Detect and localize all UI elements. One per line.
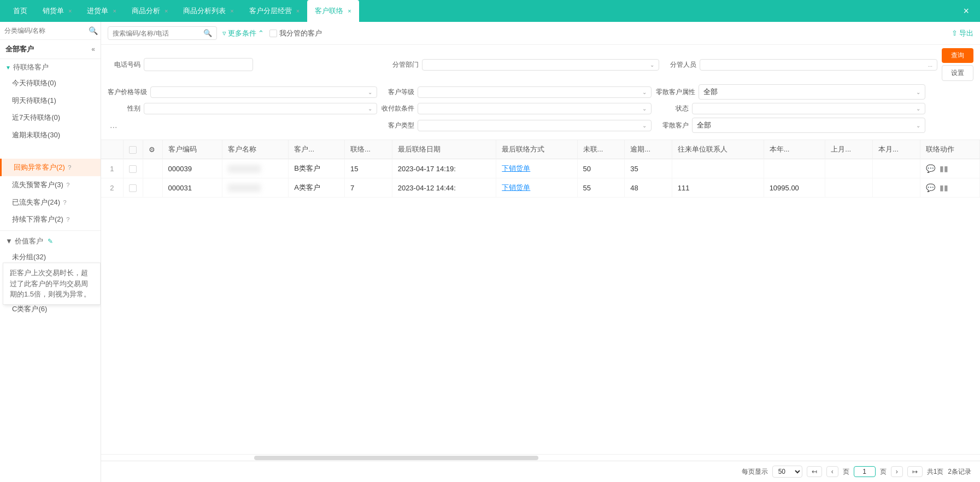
current-page-input[interactable] — [854, 466, 876, 477]
query-button[interactable]: 查询 — [942, 48, 973, 63]
edit-icon-group2[interactable]: ✎ — [48, 237, 53, 245]
nav-home[interactable]: 首页 — [5, 0, 35, 22]
triangle-icon: ▼ — [5, 65, 11, 71]
last-page-btn[interactable]: ↦ — [907, 466, 923, 477]
nav-close-product-analysis-list[interactable]: × — [230, 0, 233, 22]
scrollbar-thumb[interactable] — [254, 456, 538, 460]
col-header-this-month: 本月... — [872, 140, 920, 159]
table-settings-icon[interactable]: ⚙ — [149, 146, 155, 154]
help-icon-abnormal: ? — [68, 164, 71, 171]
nav-close-product-analysis[interactable]: × — [165, 0, 168, 22]
gender-select[interactable]: ⌄ — [144, 103, 377, 114]
my-customer-check[interactable] — [269, 30, 277, 37]
row1-action: 💬 ▮▮ — [920, 159, 979, 178]
row2-action: 💬 ▮▮ — [920, 178, 979, 198]
more-filters-dots[interactable]: ... — [108, 120, 119, 130]
page-size-select[interactable]: 50 20 100 — [772, 466, 802, 478]
row2-last-month — [825, 178, 873, 198]
export-icon: ⇧ — [952, 29, 958, 37]
price-grade-select[interactable]: ⌄ — [150, 86, 377, 98]
row1-last-date: 2023-04-17 14:19: — [392, 159, 496, 178]
next-page-btn[interactable]: › — [891, 466, 903, 477]
nav-close-customer-contact[interactable]: × — [348, 0, 351, 22]
col-header-check — [123, 140, 143, 159]
row2-qr-icon[interactable]: ▮▮ — [940, 183, 948, 192]
row2-chat-icon[interactable]: 💬 — [926, 183, 935, 192]
sidebar-item-churn-warning[interactable]: 流失预警客户(3) ? — [0, 176, 101, 194]
row2-num: 2 — [101, 178, 123, 198]
row1-contact: 15 — [345, 159, 392, 178]
nav-close-customer-tiered[interactable]: × — [296, 0, 300, 22]
sidebar-item-tomorrow-contact[interactable]: 明天待联络(1) — [0, 92, 101, 109]
zero-scatter-select[interactable]: 全部 ⌄ — [699, 84, 925, 100]
row1-grade: B类客户 — [289, 159, 345, 178]
main-search-icon[interactable]: 🔍 — [203, 29, 212, 37]
nav-purchase-order[interactable]: 进货单 × — [79, 0, 124, 22]
total-pages-label: 共1页 — [927, 467, 944, 477]
col-header-this-year: 本年... — [764, 140, 825, 159]
nav-customer-contact[interactable]: 客户联络 × — [307, 0, 359, 22]
help-icon-churned: ? — [63, 199, 66, 206]
row1-unit-contact — [672, 159, 764, 178]
more-conditions-btn[interactable]: ▿ 更多条件 ⌃ — [222, 28, 264, 38]
row2-checkbox[interactable] — [129, 184, 137, 192]
col-header-settings[interactable]: ⚙ — [143, 140, 162, 159]
prev-page-btn[interactable]: ‹ — [826, 466, 838, 477]
nav-close-sales-order[interactable]: × — [68, 0, 72, 22]
settings-button[interactable]: 设置 — [942, 65, 973, 81]
customer-type-arrow: ⌄ — [642, 123, 647, 129]
dept-select[interactable]: ⌄ — [422, 59, 660, 71]
filter-row-2: 客户价格等级 ⌄ 客户等级 ⌄ 零散客户属性 全部 — [108, 84, 973, 100]
window-close-button[interactable]: × — [958, 5, 975, 17]
pagination-bar: 每页显示 50 20 100 ↤ ‹ 页 页 › ↦ 共1页 2条记录 — [101, 461, 980, 482]
nav-sales-order[interactable]: 销货单 × — [35, 0, 79, 22]
page-word2: 页 — [880, 467, 887, 477]
price-grade-arrow: ⌄ — [368, 89, 372, 95]
first-page-btn[interactable]: ↤ — [807, 466, 822, 477]
sidebar-item-churned[interactable]: 已流失客户(24) ? — [0, 194, 101, 211]
dept-label: 分管部门 — [386, 60, 419, 69]
export-btn[interactable]: ⇧ 导出 — [952, 28, 973, 38]
row1-settings — [143, 159, 162, 178]
nav-product-analysis-list[interactable]: 商品分析列表 × — [175, 0, 241, 22]
nav-product-analysis[interactable]: 商品分析 × — [124, 0, 175, 22]
sidebar-search-icon[interactable]: 🔍 — [89, 26, 98, 35]
row2-this-month — [872, 178, 920, 198]
customer-type-select[interactable]: ⌄ — [418, 120, 651, 131]
row2-last-way[interactable]: 下销货单 — [496, 178, 577, 198]
sidebar-item-abnormal-repurchase[interactable]: 回购异常客户(2) ? — [0, 159, 101, 176]
status-select[interactable]: ⌄ — [692, 103, 925, 114]
select-all-checkbox[interactable] — [129, 146, 137, 154]
payment-label: 收付款条件 — [382, 104, 414, 113]
row2-check[interactable] — [123, 178, 143, 198]
my-customer-checkbox[interactable]: 我分管的客户 — [269, 28, 322, 38]
row1-check[interactable] — [123, 159, 143, 178]
sidebar-item-declining[interactable]: 持续下滑客户(2) ? — [0, 211, 101, 228]
main-search-input[interactable] — [113, 30, 200, 37]
sidebar-item-overdue-contact[interactable]: 逾期未联络(30) — [0, 126, 101, 144]
help-icon-churn-warning: ? — [66, 182, 69, 188]
phone-input[interactable] — [144, 58, 253, 71]
zero-customer-select[interactable]: 全部 ⌄ — [692, 118, 925, 133]
nav-customer-tiered[interactable]: 客户分层经营 × — [242, 0, 307, 22]
row1-chat-icon[interactable]: 💬 — [926, 164, 935, 173]
sidebar-group-pending-contact: ▼ 待联络客户 — [0, 59, 101, 74]
table-header-row: ⚙ 客户编码 客户名称 客户... 联络... 最后联络日期 最后联络方式 未联… — [101, 140, 980, 159]
row1-qr-icon[interactable]: ▮▮ — [940, 164, 948, 173]
staff-select[interactable]: ... — [700, 59, 937, 71]
row1-last-way[interactable]: 下销货单 — [496, 159, 577, 178]
status-label: 状态 — [656, 104, 689, 113]
customer-grade-select[interactable]: ⌄ — [418, 86, 651, 98]
sidebar-item-7days-contact[interactable]: 近7天待联络(0) — [0, 109, 101, 126]
row1-this-year — [764, 159, 825, 178]
col-header-no-contact: 未联... — [577, 140, 625, 159]
sidebar-collapse-btn[interactable]: « — [91, 45, 95, 53]
price-grade-label: 客户价格等级 — [108, 88, 147, 97]
col-header-code: 客户编码 — [162, 140, 222, 159]
row1-checkbox[interactable] — [129, 165, 137, 173]
nav-close-purchase-order[interactable]: × — [113, 0, 116, 22]
sidebar-search-input[interactable] — [4, 27, 86, 34]
sidebar-item-today-contact[interactable]: 今天待联络(0) — [0, 74, 101, 92]
horizontal-scrollbar[interactable] — [101, 454, 980, 461]
payment-select[interactable]: ⌄ — [418, 103, 651, 114]
